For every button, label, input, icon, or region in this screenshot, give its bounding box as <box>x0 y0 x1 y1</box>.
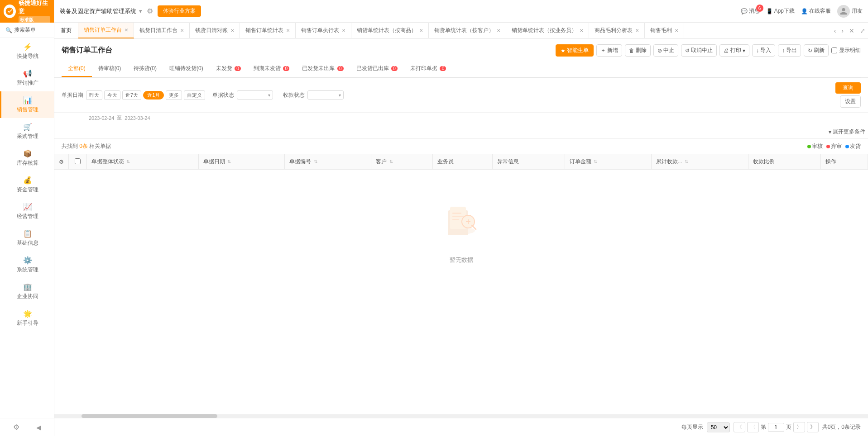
stop-button[interactable]: ⊘ 中止 <box>653 44 678 57</box>
sort-status-icon[interactable]: ⇅ <box>126 159 130 164</box>
tab-sales-stat[interactable]: 销售订单统计表 ✕ <box>240 23 296 38</box>
table-header-row: ⚙ 单据整体状态 ⇅ 单据日期 ⇅ <box>54 154 868 170</box>
tab-sales-customer[interactable]: 销货单统计表（按客户） ✕ <box>429 23 506 38</box>
sidebar-item-quick-nav[interactable]: ⚡ 快捷导航 <box>0 38 54 65</box>
tab-close-cash-reconcile[interactable]: ✕ <box>230 28 234 33</box>
sub-tab-pending-inspect[interactable]: 待拣货(0) <box>127 61 163 77</box>
tab-sales-workbench[interactable]: 销售订单工作台 ✕ <box>78 23 134 38</box>
sidebar-item-inventory[interactable]: 📦 库存核算 <box>0 145 54 171</box>
query-button[interactable]: 查询 <box>835 82 861 94</box>
sub-tab-all[interactable]: 全部(0) <box>62 61 92 77</box>
sort-amount-icon[interactable]: ⇅ <box>594 159 597 164</box>
add-button[interactable]: ＋ 新增 <box>596 44 622 57</box>
page-input[interactable] <box>768 423 784 432</box>
sort-number-icon[interactable]: ⇅ <box>314 159 317 164</box>
sidebar-item-enterprise[interactable]: 🏢 企业协同 <box>0 278 54 305</box>
ship-batch-btn[interactable]: 发货 <box>845 142 861 150</box>
tab-sales-product[interactable]: 销货单统计表（按商品） ✕ <box>351 23 429 38</box>
page-last-button[interactable]: 》 <box>807 422 819 432</box>
page-first-button[interactable]: 《 <box>734 422 745 432</box>
sidebar-item-finance[interactable]: 💰 资金管理 <box>0 171 54 198</box>
unreview-batch-btn[interactable]: 弃审 <box>826 142 842 150</box>
tab-margin-analysis[interactable]: 商品毛利分析表 ✕ <box>589 23 645 38</box>
tab-close-sales-product[interactable]: ✕ <box>419 28 423 33</box>
page-prev-button[interactable]: 〈 <box>747 422 759 432</box>
online-service-item[interactable]: 👤 在线客服 <box>801 7 831 15</box>
date-yesterday-btn[interactable]: 昨天 <box>86 90 102 100</box>
tab-close-cash-daily[interactable]: ✕ <box>180 28 184 33</box>
sub-tab-overdue[interactable]: 到期未发货 0 <box>247 61 296 77</box>
sort-customer-icon[interactable]: ⇅ <box>389 159 393 164</box>
sidebar-item-sales[interactable]: 📊 销售管理 <box>0 91 54 118</box>
sidebar-settings-icon[interactable]: ⚙ <box>13 423 19 431</box>
sub-tab-not-shipped[interactable]: 未发货 0 <box>210 61 247 77</box>
tab-home[interactable]: 首页 <box>54 23 78 38</box>
sidebar-item-purchase[interactable]: 🛒 采购管理 <box>0 118 54 145</box>
sub-tab-shipped-out[interactable]: 已发货已出库 0 <box>350 61 404 77</box>
tab-close-sales-staff[interactable]: ✕ <box>580 28 583 33</box>
sub-tab-pending-review[interactable]: 待审核(0) <box>92 61 128 77</box>
topbar-dropdown-icon[interactable]: ▾ <box>139 8 142 14</box>
th-settings[interactable]: ⚙ <box>54 154 69 170</box>
receive-select[interactable] <box>307 90 344 100</box>
tab-close-sales-profit[interactable]: ✕ <box>675 28 678 33</box>
tab-close-sales-customer[interactable]: ✕ <box>497 28 500 33</box>
horizontal-scrollbar[interactable] <box>54 414 868 418</box>
page-next-button[interactable]: 〉 <box>793 422 805 432</box>
expand-button[interactable]: ▾ 展开更多条件 <box>829 128 865 136</box>
export-button[interactable]: ↑ 导出 <box>778 44 801 57</box>
review-batch-btn[interactable]: 审核 <box>807 142 823 150</box>
date-options: 昨天 今天 近7天 近1月 更多 自定义 <box>86 90 205 100</box>
sidebar-item-basic[interactable]: 📋 基础信息 <box>0 225 54 251</box>
sidebar-collapse-icon[interactable]: ◀ <box>36 424 41 431</box>
tab-next-button[interactable]: › <box>839 25 846 36</box>
tab-close-sales-stat[interactable]: ✕ <box>286 28 290 33</box>
sidebar-item-system[interactable]: ⚙️ 系统管理 <box>0 251 54 278</box>
setting-button[interactable]: 设置 <box>840 95 861 108</box>
tab-expand-icon[interactable]: ⤢ <box>857 25 868 36</box>
delete-button[interactable]: 🗑 删除 <box>625 44 651 57</box>
message-item[interactable]: 💬 消息 6 <box>741 7 760 15</box>
sidebar-item-marketing[interactable]: 📢 营销推广 <box>0 65 54 91</box>
date-7days-btn[interactable]: 近7天 <box>122 90 141 100</box>
date-today-btn[interactable]: 今天 <box>104 90 120 100</box>
date-1month-btn[interactable]: 近1月 <box>143 91 164 100</box>
sub-tab-not-printed[interactable]: 未打印单据 0 <box>404 61 452 77</box>
smart-generate-button[interactable]: ★ 智能生单 <box>556 44 594 57</box>
cancel-stop-button[interactable]: ↺ 取消中止 <box>681 44 717 57</box>
sub-tab-shipped-not-out[interactable]: 已发货未出库 0 <box>296 61 350 77</box>
date-custom-btn[interactable]: 自定义 <box>184 90 205 100</box>
solution-button[interactable]: 体验行业方案 <box>158 5 201 17</box>
per-page-select[interactable]: 50 100 200 <box>707 422 730 432</box>
scroll-thumb[interactable] <box>82 414 217 418</box>
app-download-item[interactable]: 📱 App下载 <box>766 7 795 15</box>
tab-sales-staff[interactable]: 销货单统计表（按业务员） ✕ <box>506 23 589 38</box>
sidebar-item-guide[interactable]: 🌟 新手引导 <box>0 305 54 332</box>
search-menu[interactable]: 🔍 搜索菜单 <box>0 23 54 38</box>
sidebar-item-operation[interactable]: 📈 经营管理 <box>0 198 54 225</box>
show-detail-label[interactable]: 显示明细 <box>831 47 861 54</box>
select-all-checkbox[interactable] <box>75 158 81 164</box>
tab-prev-button[interactable]: ‹ <box>831 25 839 36</box>
topbar-settings-icon[interactable]: ⚙ <box>147 7 153 15</box>
tab-close-sales-exec[interactable]: ✕ <box>342 28 345 33</box>
tab-cash-reconcile[interactable]: 钱货日清对账 ✕ <box>190 23 240 38</box>
print-button[interactable]: 🖨 打印 ▾ <box>719 44 749 57</box>
th-status: 单据整体状态 ⇅ <box>87 154 199 170</box>
show-detail-checkbox[interactable] <box>831 47 837 53</box>
tab-cash-daily[interactable]: 钱货日清工作台 ✕ <box>134 23 190 38</box>
tab-close-all-icon[interactable]: ✕ <box>846 25 857 36</box>
import-button[interactable]: ↓ 导入 <box>752 44 775 57</box>
tab-close-margin-analysis[interactable]: ✕ <box>635 28 639 33</box>
refresh-button[interactable]: ↻ 刷新 <box>804 44 829 57</box>
sort-received-icon[interactable]: ⇅ <box>685 159 688 164</box>
sort-date-icon[interactable]: ⇅ <box>227 159 231 164</box>
tab-sales-exec[interactable]: 销售订单执行表 ✕ <box>296 23 351 38</box>
status-select[interactable] <box>237 90 273 100</box>
sub-tab-wangpu[interactable]: 旺铺待发货(0) <box>163 61 210 77</box>
user-item[interactable]: 用友 <box>837 5 863 18</box>
tab-close-sales-workbench[interactable]: ✕ <box>125 28 128 33</box>
tab-sales-profit[interactable]: 销售毛利 ✕ <box>645 23 684 38</box>
date-more-btn[interactable]: 更多 <box>166 90 182 100</box>
unreview-label: 弃审 <box>831 142 842 150</box>
